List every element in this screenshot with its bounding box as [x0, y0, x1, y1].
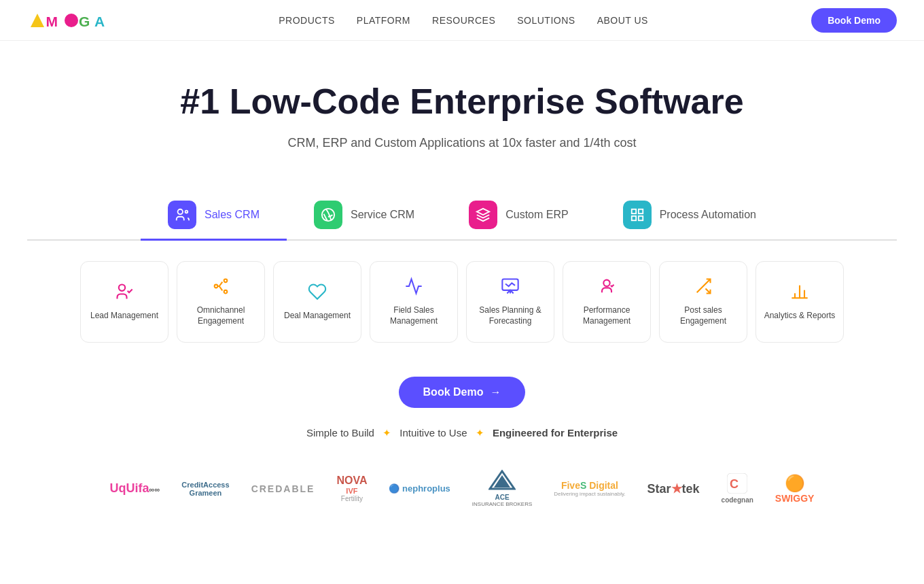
post-sales-icon: [694, 277, 713, 300]
field-sales-label: Field Sales Management: [377, 305, 450, 326]
lead-management-label: Lead Management: [90, 311, 158, 322]
card-field-sales[interactable]: Field Sales Management: [370, 261, 458, 343]
deal-management-label: Deal Management: [284, 311, 351, 322]
lead-management-icon: [115, 282, 134, 305]
deal-management-icon: [308, 282, 327, 305]
cta-label: Book Demo: [423, 386, 484, 398]
card-post-sales[interactable]: Post sales Engagement: [659, 261, 747, 343]
svg-rect-8: [631, 209, 635, 213]
startek-text: Star★tek: [647, 481, 700, 496]
navbar: M G A PRODUCTS PLATFORM RESOURCES SOLUTI…: [0, 0, 924, 41]
feature-cards-container: Lead Management Omnichannel Engagement D…: [0, 241, 924, 363]
service-crm-label: Service CRM: [351, 209, 414, 221]
tab-sales-crm[interactable]: Sales CRM: [141, 191, 287, 241]
svg-text:G: G: [79, 14, 90, 29]
logo-creditaccess: CreditAccessGrameen: [181, 472, 229, 506]
svg-text:A: A: [94, 14, 105, 29]
tagline-part1: Simple to Build: [306, 427, 374, 439]
nav-resources[interactable]: RESOURCES: [432, 14, 495, 27]
card-omnichannel-engagement[interactable]: Omnichannel Engagement: [177, 261, 265, 343]
nav-links: PRODUCTS PLATFORM RESOURCES SOLUTIONS AB…: [279, 14, 648, 27]
performance-management-label: Performance Management: [570, 305, 643, 326]
svg-point-6: [185, 210, 188, 213]
logo: M G A: [27, 7, 116, 34]
logo-nova-ivf: NOVA IVF Fertility: [336, 472, 367, 506]
svg-rect-11: [631, 216, 635, 220]
swiggy-text: SWIGGY: [775, 493, 815, 504]
sales-crm-label: Sales CRM: [205, 209, 260, 221]
nav-solutions[interactable]: SOLUTIONS: [517, 14, 575, 27]
svg-rect-10: [638, 216, 642, 220]
service-crm-icon: [314, 201, 342, 229]
tab-custom-erp[interactable]: Custom ERP: [442, 191, 595, 241]
hero-section: #1 Low-Code Enterprise Software CRM, ERP…: [0, 41, 924, 191]
logo-credable: CREDABLE: [251, 472, 315, 506]
svg-point-18: [603, 280, 609, 286]
cta-section: Book Demo →: [0, 363, 924, 415]
analytics-icon: [790, 282, 809, 305]
card-sales-planning[interactable]: Sales Planning & Forecasting: [466, 261, 554, 343]
nav-book-demo-button[interactable]: Book Demo: [811, 8, 897, 33]
logo-uquifa: UqUifa∞∞: [110, 472, 160, 506]
process-automation-label: Process Automation: [660, 209, 756, 221]
custom-erp-icon: [469, 201, 497, 229]
svg-point-13: [215, 285, 218, 288]
logo-ace: ACE INSURANCE BROKERS: [472, 472, 532, 506]
nav-platform[interactable]: PLATFORM: [357, 14, 410, 27]
bullet-icon-2: ✦: [476, 427, 484, 439]
logo-codegnan: C codegnan: [722, 472, 753, 506]
nephroplus-text: 🔵 nephroplus: [389, 483, 450, 494]
client-logos-section: UqUifa∞∞ CreditAccessGrameen CREDABLE NO…: [0, 451, 924, 533]
custom-erp-label: Custom ERP: [505, 209, 568, 221]
svg-text:M: M: [46, 14, 58, 29]
omnichannel-icon: [211, 277, 230, 300]
svg-text:C: C: [730, 477, 739, 491]
svg-point-12: [119, 285, 125, 291]
credable-text: CREDABLE: [251, 483, 315, 494]
tagline: Simple to Build ✦ Intuitive to Use ✦ Eng…: [0, 415, 924, 451]
tab-service-crm[interactable]: Service CRM: [287, 191, 442, 241]
hero-subheading: CRM, ERP and Custom Applications at 10x …: [27, 136, 897, 150]
uquifa-text: UqUifa∞∞: [110, 481, 160, 496]
nav-about-us[interactable]: ABOUT US: [597, 14, 648, 27]
omnichannel-label: Omnichannel Engagement: [184, 305, 257, 326]
tagline-part3: Engineered for Enterprise: [493, 427, 618, 439]
sales-planning-label: Sales Planning & Forecasting: [474, 305, 547, 326]
card-analytics-reports[interactable]: Analytics & Reports: [756, 261, 844, 343]
process-automation-icon: [623, 201, 652, 229]
logo-swiggy: 🟠 SWIGGY: [775, 472, 815, 506]
performance-management-icon: [597, 277, 616, 300]
sales-planning-icon: [501, 277, 520, 300]
svg-marker-24: [494, 475, 510, 487]
field-sales-icon: [404, 277, 423, 300]
product-tabs: Sales CRM Service CRM Custom ERP Process…: [27, 191, 897, 241]
tagline-part2: Intuitive to Use: [399, 427, 467, 439]
bullet-icon-1: ✦: [383, 427, 391, 439]
svg-point-2: [65, 14, 78, 27]
logo-fives-digital: FiveS Digital Delivering impact sustaina…: [554, 472, 625, 506]
svg-point-14: [224, 279, 228, 283]
analytics-label: Analytics & Reports: [764, 311, 836, 322]
svg-point-5: [178, 209, 183, 214]
svg-rect-9: [638, 209, 642, 213]
cta-arrow-icon: →: [490, 386, 501, 398]
logo-nephroplus: 🔵 nephroplus: [389, 472, 450, 506]
cta-book-demo-button[interactable]: Book Demo →: [399, 377, 526, 408]
post-sales-label: Post sales Engagement: [667, 305, 740, 326]
creditaccess-text: CreditAccessGrameen: [181, 481, 229, 497]
svg-point-15: [224, 290, 228, 294]
logo-svg: M G A: [27, 7, 116, 34]
tab-process-automation[interactable]: Process Automation: [596, 191, 783, 241]
logo-startek: Star★tek: [647, 472, 700, 506]
svg-marker-0: [31, 14, 44, 27]
card-lead-management[interactable]: Lead Management: [80, 261, 168, 343]
hero-heading: #1 Low-Code Enterprise Software: [27, 82, 897, 122]
card-performance-management[interactable]: Performance Management: [563, 261, 651, 343]
sales-crm-icon: [168, 201, 196, 229]
nav-products[interactable]: PRODUCTS: [279, 14, 335, 27]
card-deal-management[interactable]: Deal Management: [273, 261, 361, 343]
